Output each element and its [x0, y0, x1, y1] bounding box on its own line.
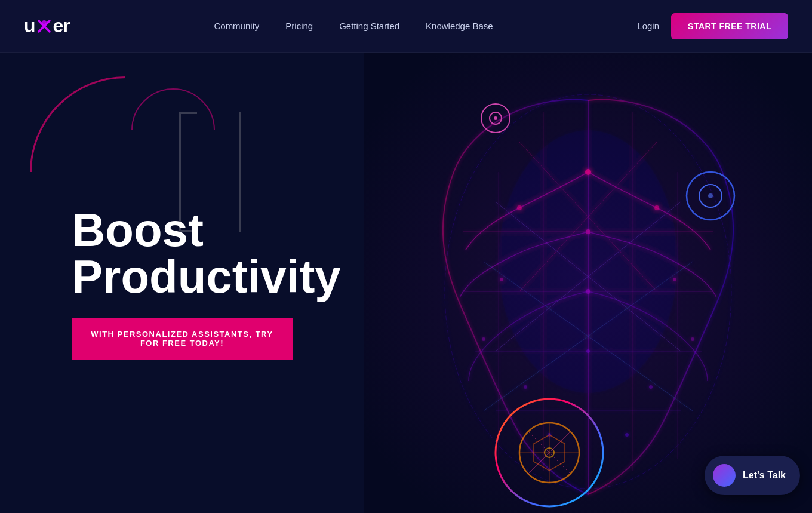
logo-x-icon [36, 18, 53, 35]
lets-talk-label: Let's Talk [743, 470, 786, 481]
brain-visualization [364, 53, 812, 513]
hero-visual [364, 53, 812, 513]
deco-arc-small [131, 88, 215, 172]
lets-talk-avatar [713, 464, 736, 487]
svg-point-39 [708, 193, 713, 198]
nav-item-pricing[interactable]: Pricing [275, 15, 324, 37]
svg-point-27 [691, 337, 694, 341]
lets-talk-button[interactable]: Let's Talk [705, 456, 800, 495]
svg-point-2 [42, 20, 47, 25]
logo-text-er: er [53, 15, 70, 37]
start-free-trial-button[interactable]: START FREE TRIAL [671, 13, 788, 39]
svg-point-33 [499, 130, 678, 393]
nav-links: Community Pricing Getting Started Knowle… [203, 21, 503, 32]
nav-right: Login START FREE TRIAL [637, 13, 788, 39]
svg-point-26 [482, 337, 485, 341]
hero-title-line2: Productivity [72, 250, 341, 303]
nav-item-knowledge-base[interactable]: Knowledge Base [415, 15, 504, 37]
hero-title: Boost Productivity [72, 207, 328, 300]
hero-content: Boost Productivity WITH PERSONALIZED ASS… [0, 53, 364, 513]
svg-point-28 [524, 385, 527, 389]
hero-section: Boost Productivity WITH PERSONALIZED ASS… [0, 53, 812, 513]
svg-point-29 [649, 385, 653, 389]
svg-point-31 [625, 433, 629, 437]
nav-item-getting-started[interactable]: Getting Started [328, 15, 410, 37]
hero-cta-button[interactable]: WITH PERSONALIZED ASSISTANTS, TRY FOR FR… [72, 318, 293, 360]
navbar: u er Community Pricing Getting Started K… [0, 0, 812, 53]
svg-point-36 [494, 116, 497, 120]
nav-item-community[interactable]: Community [203, 15, 270, 37]
login-link[interactable]: Login [637, 21, 659, 31]
hero-title-line1: Boost [72, 204, 204, 256]
logo[interactable]: u er [24, 15, 70, 37]
logo-text-ux: u [24, 15, 35, 37]
